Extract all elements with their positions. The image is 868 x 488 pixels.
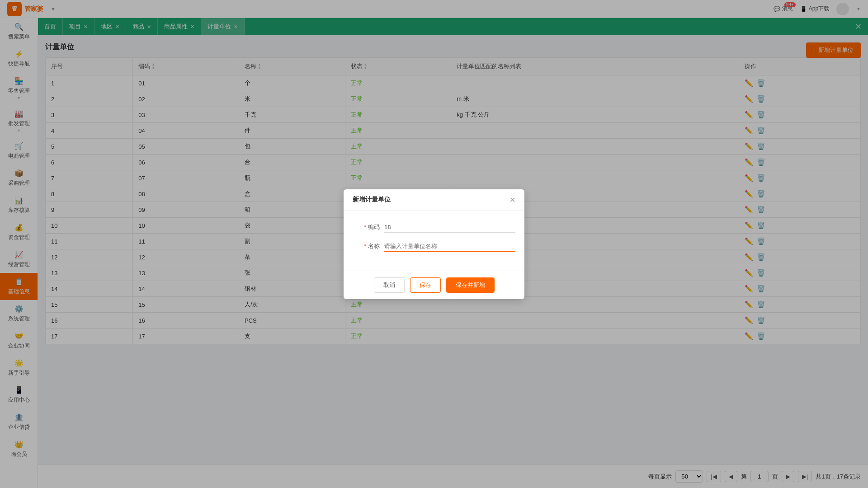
required-mark: *: [364, 224, 366, 230]
code-form-row: * 编码: [353, 222, 515, 233]
modal-close-button[interactable]: ✕: [509, 196, 515, 204]
required-mark-name: *: [364, 243, 366, 249]
code-label: * 编码: [353, 223, 380, 231]
code-label-text: 编码: [368, 224, 380, 230]
modal-body: * 编码 * 名称: [344, 211, 524, 271]
cancel-button[interactable]: 取消: [374, 277, 405, 293]
add-unit-modal: 新增计量单位 ✕ * 编码 * 名称 取消 保存 保存并新增: [344, 189, 524, 299]
name-form-row: * 名称: [353, 241, 515, 252]
name-label: * 名称: [353, 242, 380, 250]
code-input[interactable]: [384, 222, 515, 233]
modal-overlay: 新增计量单位 ✕ * 编码 * 名称 取消 保存 保存并新增: [0, 0, 868, 488]
modal-title: 新增计量单位: [353, 196, 391, 204]
name-input[interactable]: [384, 241, 515, 252]
save-and-new-button[interactable]: 保存并新增: [446, 277, 495, 293]
save-button[interactable]: 保存: [410, 277, 441, 293]
modal-footer: 取消 保存 保存并新增: [344, 271, 524, 299]
name-label-text: 名称: [368, 243, 380, 249]
modal-header: 新增计量单位 ✕: [344, 189, 524, 211]
